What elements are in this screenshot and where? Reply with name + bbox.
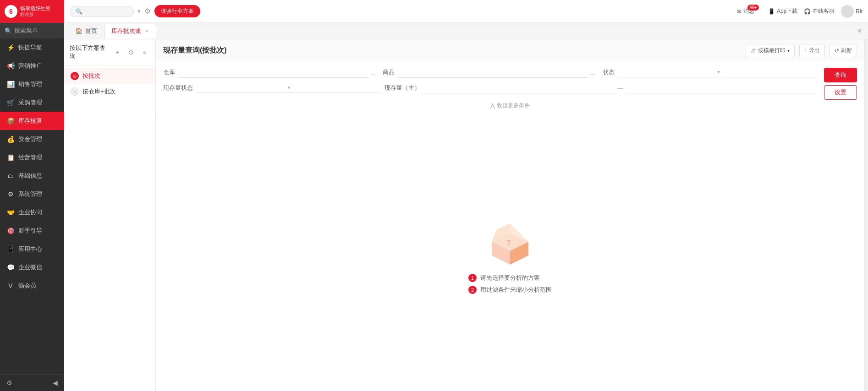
top-search-box[interactable]: 🔍 [70,6,134,17]
sidebar-item-label: 新手引导 [18,227,42,235]
inventory-amount-label: 现存量（主） [385,84,420,92]
refresh-label: 刷新 [841,47,852,54]
inventory-amount-from[interactable] [424,82,615,93]
sidebar-item-app-center[interactable]: 📱 应用中心 [0,240,64,258]
user-avatar [841,5,854,18]
sidebar: 6 畅康通好生意 标准版 🔍 搜索菜单 ⚡ 快捷导航 📢 营销推广 📊 销售管理… [0,0,64,391]
tab-home[interactable]: 🏠 首页 [69,24,104,38]
top-bar: 🔍 ▾ ⚙ 体验行业方案 ✉ 消息 99+ 📱 App下载 🎧 在线客服 [64,0,868,23]
app-download-item[interactable]: 📱 App下载 [768,7,797,15]
sidebar-item-label: 销售管理 [18,80,42,88]
app-center-icon: 📱 [6,245,15,253]
sidebar-item-label: 应用中心 [18,245,42,253]
wechat-icon: 💬 [6,263,15,272]
empty-tips: 1 请先选择要分析的方案 2 用过滤条件来缩小分析范围 [468,274,552,294]
enterprise-icon: 🤝 [6,208,15,217]
top-bar-left: 🔍 ▾ ⚙ 体验行业方案 [70,5,733,17]
add-icon: + [115,49,119,56]
sidebar-item-label: 企业微信 [18,263,42,272]
user-item[interactable]: Rit [841,5,863,18]
collapse-more-row[interactable]: ⋀ 收起更多条件 [163,100,857,111]
sidebar-item-label: 快捷导航 [18,43,42,52]
add-scheme-btn[interactable]: + [112,47,122,57]
warehouse-dots[interactable]: ... [368,69,378,76]
main-area: 🔍 ▾ ⚙ 体验行业方案 ✉ 消息 99+ 📱 App下载 🎧 在线客服 [64,0,868,391]
content-header: 现存量查询(按批次) 🖨 按模板打印 ▾ ↑ 导出 ↺ 刷新 [156,39,864,61]
user-name: Rit [856,8,863,15]
export-btn[interactable]: ↑ 导出 [799,44,825,57]
product-label: 商品 [383,68,395,76]
sidebar-item-operations[interactable]: 📋 经营管理 [0,148,64,167]
product-input[interactable] [398,67,588,78]
sidebar-nav-scroll: ⚡ 快捷导航 📢 营销推广 📊 销售管理 🛒 采购管理 📦 库存核算 💰 资金管… [0,38,64,374]
footer-settings-icon[interactable]: ⚙ [6,379,12,386]
sidebar-item-newbie[interactable]: 🎯 新手引导 [0,222,64,240]
export-icon: ↑ [804,48,807,54]
marketing-icon: 📢 [6,62,15,70]
header-actions: 🖨 按模板打印 ▾ ↑ 导出 ↺ 刷新 [746,44,857,57]
search-box-icon: 🔍 [76,8,82,15]
message-item[interactable]: ✉ 消息 99+ [737,7,754,15]
sidebar-item-purchase[interactable]: 🛒 采购管理 [0,93,64,112]
scheme-item-by-batch[interactable]: ⊙ 按批次 [64,68,155,84]
footer-collapse-icon[interactable]: ◀ [53,379,58,386]
query-button[interactable]: 查询 [824,68,857,82]
sidebar-item-quick-nav[interactable]: ⚡ 快捷导航 [0,38,64,57]
tab-collapse-icon[interactable]: × [856,25,863,37]
sidebar-item-basic[interactable]: 🗂 基础信息 [0,167,64,185]
settings-button[interactable]: 设置 [824,85,857,100]
inventory-amount-range: — [424,82,817,93]
scheme-dot-inactive: ○ [71,87,79,96]
empty-tip-2: 2 用过滤条件来缩小分析范围 [468,286,552,294]
tab-close-icon[interactable]: × [144,28,149,34]
sidebar-item-wechat[interactable]: 💬 企业微信 [0,258,64,277]
inventory-status-dropdown[interactable]: ▾ [197,83,379,93]
main-content: 现存量查询(按批次) 🖨 按模板打印 ▾ ↑ 导出 ↺ 刷新 [156,39,864,391]
experience-btn[interactable]: 体验行业方案 [154,5,200,17]
sidebar-item-marketing[interactable]: 📢 营销推广 [0,57,64,75]
tab-inventory-batch[interactable]: 库存批次账 × [104,24,156,38]
empty-tip-1: 1 请先选择要分析的方案 [468,274,552,282]
scheme-settings-btn[interactable]: ⊙ [126,47,136,57]
status-dropdown[interactable]: ▾ [618,67,817,77]
filter-row-1: 仓库 ... 商品 ... 状态 [163,67,817,78]
scheme-item-by-warehouse-batch[interactable]: ○ 按仓库+批次 [64,84,155,99]
app-logo: 6 [5,5,17,18]
scheme-settings-icon: ⊙ [128,49,134,56]
sales-icon: 📊 [6,80,15,88]
sidebar-search-item[interactable]: 🔍 搜索菜单 [0,23,64,38]
tip-text-1: 请先选择要分析的方案 [480,274,540,282]
scheme-collapse-btn[interactable]: « [140,47,150,57]
online-service-item[interactable]: 🎧 在线客服 [804,7,835,15]
top-search-input[interactable] [85,8,122,15]
warehouse-input[interactable] [179,67,368,78]
product-dots[interactable]: ... [588,69,597,76]
quick-nav-icon: ⚡ [6,43,15,52]
print-icon: 🖨 [751,48,756,54]
page-title: 现存量查询(按批次) [163,46,227,55]
sidebar-item-vip[interactable]: V 畅会员 [0,277,64,295]
right-scrollbar[interactable] [864,39,868,391]
sidebar-item-label: 经营管理 [18,153,42,162]
sidebar-item-label: 系统管理 [18,190,42,198]
sidebar-item-label: 采购管理 [18,98,42,107]
topbar-settings-icon[interactable]: ⚙ [144,7,151,16]
sidebar-item-sales[interactable]: 📊 销售管理 [0,75,64,93]
sidebar-item-label: 企业协同 [18,208,42,217]
app-download-icon: 📱 [768,8,775,15]
content-area: 按以下方案查询 + ⊙ « ⊙ 按批次 ○ 按仓库+批次 [64,39,868,391]
sidebar-item-finance[interactable]: 💰 资金管理 [0,130,64,148]
basic-icon: 🗂 [6,172,15,180]
inventory-amount-to[interactable] [626,82,817,93]
sidebar-item-system[interactable]: ⚙ 系统管理 [0,185,64,203]
sidebar-item-enterprise[interactable]: 🤝 企业协同 [0,203,64,222]
print-btn[interactable]: 🖨 按模板打印 ▾ [746,44,795,57]
sidebar-item-inventory[interactable]: 📦 库存核算 [0,112,64,130]
dropdown-icon[interactable]: ▾ [137,8,141,15]
sidebar-item-label: 资金管理 [18,135,42,143]
scheme-list: ⊙ 按批次 ○ 按仓库+批次 [64,65,155,102]
app-download-label: App下载 [777,7,797,15]
refresh-btn[interactable]: ↺ 刷新 [830,44,857,57]
purchase-icon: 🛒 [6,98,15,107]
top-bar-right: ✉ 消息 99+ 📱 App下载 🎧 在线客服 Rit [737,5,863,18]
